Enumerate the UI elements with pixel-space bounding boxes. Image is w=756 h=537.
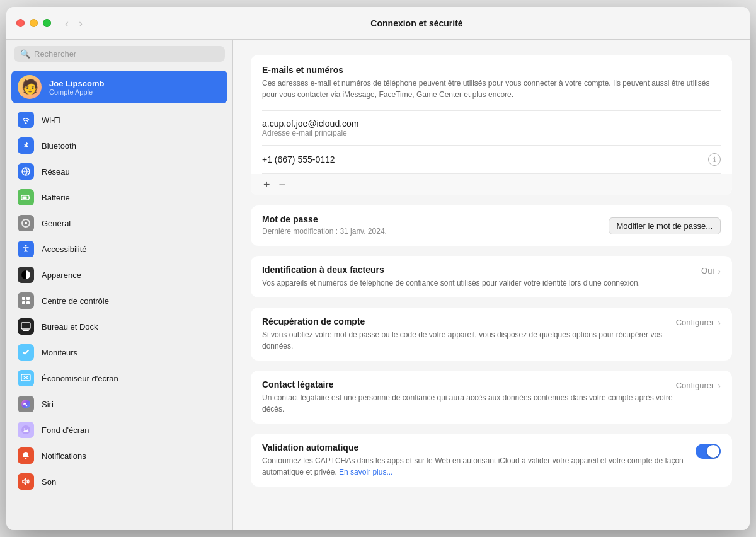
- email-value: a.cup.of.joe@icloud.com: [262, 118, 721, 129]
- son-icon: [18, 473, 34, 490]
- main-content: E-mails et numéros Ces adresses e-mail e…: [233, 40, 750, 530]
- wifi-icon: [18, 112, 34, 128]
- window-title: Connexion et sécurité: [94, 18, 740, 28]
- recovery-row[interactable]: Récupération de compte Si vous oubliez v…: [251, 308, 732, 361]
- titlebar: ‹ › Connexion et sécurité: [6, 7, 750, 40]
- validation-toggle[interactable]: [696, 444, 721, 459]
- close-button[interactable]: [16, 19, 25, 27]
- sidebar-label-son: Son: [42, 477, 56, 487]
- avatar: 🧑: [18, 75, 42, 99]
- validation-desc: Contournez les CAPTCHAs dans les apps et…: [262, 455, 685, 478]
- bureau-dock-icon: [18, 318, 34, 335]
- sidebar-item-accessibilite[interactable]: Accessibilité: [11, 236, 227, 262]
- svg-point-17: [24, 429, 25, 430]
- email-sublabel: Adresse e-mail principale: [262, 129, 721, 137]
- add-button[interactable]: +: [260, 178, 274, 192]
- sidebar-item-centre-controle[interactable]: Centre de contrôle: [11, 288, 227, 313]
- recovery-desc: Si vous oubliez votre mot de passe ou le…: [262, 329, 676, 352]
- emails-section: E-mails et numéros Ces adresses e-mail e…: [251, 55, 732, 195]
- password-last-modified: Dernière modification : 31 janv. 2024.: [262, 226, 387, 237]
- svg-rect-3: [23, 197, 27, 199]
- sidebar-item-wifi[interactable]: Wi-Fi: [11, 107, 227, 132]
- sidebar-item-user[interactable]: 🧑 Joe Lipscomb Compte Apple: [11, 71, 227, 103]
- sidebar-item-apparence[interactable]: Apparence: [11, 262, 227, 287]
- emails-desc: Ces adresses e-mail et numéros de téléph…: [262, 78, 721, 100]
- two-factor-status: Oui: [701, 266, 714, 275]
- validation-title: Validation automatique: [262, 442, 685, 453]
- sidebar-item-moniteurs[interactable]: Moniteurs: [11, 340, 227, 365]
- legacy-desc: Un contact légataire est une personne de…: [262, 392, 676, 415]
- phone-value: +1 (667) 555-0112: [262, 154, 335, 165]
- user-name: Joe Lipscomb: [49, 79, 104, 88]
- sidebar-item-general[interactable]: Général: [11, 211, 227, 236]
- legacy-title: Contact légataire: [262, 379, 676, 390]
- accessibilite-icon: [18, 241, 34, 257]
- sidebar-item-bureau-dock[interactable]: Bureau et Dock: [11, 314, 227, 339]
- remove-button[interactable]: −: [275, 178, 290, 192]
- siri-icon: [18, 396, 34, 412]
- sidebar-label-centre-controle: Centre de contrôle: [42, 296, 109, 306]
- chevron-right-icon: ›: [718, 266, 721, 276]
- validation-link[interactable]: En savoir plus...: [339, 468, 392, 476]
- batterie-icon: [18, 189, 34, 205]
- legacy-row[interactable]: Contact légataire Un contact légataire e…: [251, 371, 732, 424]
- sidebar-label-bureau-dock: Bureau et Dock: [42, 322, 98, 332]
- password-row: Mot de passe Dernière modification : 31 …: [251, 205, 732, 246]
- centre-controle-icon: [18, 292, 34, 309]
- minimize-button[interactable]: [30, 19, 38, 27]
- sidebar-item-notifications[interactable]: Notifications: [11, 443, 227, 468]
- sidebar-label-apparence: Apparence: [42, 270, 81, 280]
- fond-ecran-icon: [18, 422, 34, 438]
- navigation-buttons: ‹ ›: [61, 16, 86, 30]
- svg-rect-7: [22, 297, 25, 300]
- sidebar-label-reseau: Réseau: [42, 167, 70, 176]
- sidebar: 🔍 🧑 Joe Lipscomb Compte Apple Wi-FiBlue: [6, 40, 233, 530]
- legacy-action: Configurer: [676, 381, 714, 390]
- sidebar-label-bluetooth: Bluetooth: [42, 141, 76, 151]
- back-button[interactable]: ‹: [61, 16, 72, 30]
- two-factor-title: Identification à deux facteurs: [262, 265, 701, 275]
- sidebar-label-batterie: Batterie: [42, 193, 70, 202]
- sidebar-label-fond-ecran: Fond d'écran: [42, 425, 89, 435]
- economiseur-icon: [18, 370, 34, 386]
- sidebar-list: 🧑 Joe Lipscomb Compte Apple Wi-FiBluetoo…: [6, 68, 232, 530]
- recovery-title: Récupération de compte: [262, 316, 676, 326]
- apparence-icon: [18, 267, 34, 283]
- sidebar-label-moniteurs: Moniteurs: [42, 348, 77, 357]
- search-icon: 🔍: [20, 49, 30, 59]
- svg-rect-8: [26, 297, 30, 300]
- recovery-action: Configurer: [676, 318, 714, 327]
- sidebar-item-reseau[interactable]: Réseau: [11, 159, 227, 184]
- info-icon[interactable]: ℹ: [708, 153, 721, 166]
- chevron-right-icon: ›: [718, 381, 721, 391]
- sidebar-label-accessibilite: Accessibilité: [42, 245, 87, 254]
- validation-section: Validation automatique Contournez les CA…: [251, 434, 732, 487]
- sidebar-item-siri[interactable]: Siri: [11, 391, 227, 417]
- sidebar-item-fond-ecran[interactable]: Fond d'écran: [11, 417, 227, 442]
- search-input[interactable]: [34, 49, 219, 59]
- user-subtitle: Compte Apple: [49, 88, 104, 96]
- notifications-icon: [18, 448, 34, 464]
- svg-rect-12: [23, 330, 29, 331]
- svg-point-4: [25, 222, 27, 224]
- general-icon: [18, 215, 34, 231]
- sidebar-item-bluetooth[interactable]: Bluetooth: [11, 133, 227, 158]
- sidebar-item-economiseur[interactable]: Économiseur d'écran: [11, 366, 227, 391]
- moniteurs-icon: [18, 344, 34, 361]
- modify-password-button[interactable]: Modifier le mot de passe...: [609, 217, 721, 234]
- svg-rect-11: [21, 323, 30, 329]
- legacy-section: Contact légataire Un contact légataire e…: [251, 371, 732, 424]
- forward-button[interactable]: ›: [75, 16, 86, 30]
- traffic-lights: [16, 19, 51, 27]
- sidebar-item-batterie[interactable]: Batterie: [11, 185, 227, 210]
- sidebar-label-economiseur: Économiseur d'écran: [42, 374, 118, 383]
- two-factor-desc: Vos appareils et numéros de téléphone de…: [262, 277, 701, 289]
- maximize-button[interactable]: [43, 19, 51, 27]
- two-factor-row[interactable]: Identification à deux facteurs Vos appar…: [251, 256, 732, 297]
- toggle-thumb: [707, 445, 719, 458]
- two-factor-section: Identification à deux facteurs Vos appar…: [251, 256, 732, 297]
- search-bar: 🔍: [6, 40, 232, 68]
- sidebar-item-son[interactable]: Son: [11, 469, 227, 494]
- password-title: Mot de passe: [262, 214, 387, 224]
- email-row: a.cup.of.joe@icloud.com Adresse e-mail p…: [251, 111, 732, 145]
